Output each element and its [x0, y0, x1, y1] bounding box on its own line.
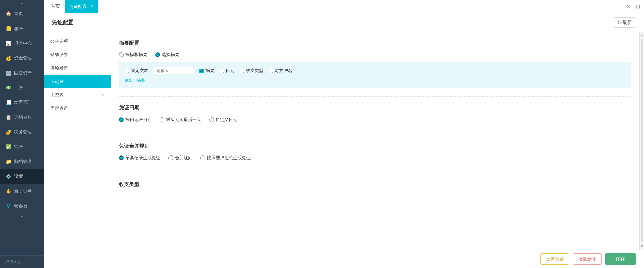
summary-select-label: 选择摘要	[162, 52, 179, 58]
summary-checkbox[interactable]	[199, 69, 204, 73]
sidebar-item-vip[interactable]: V 畅会员	[0, 198, 44, 213]
tab-home-label: 首页	[51, 3, 60, 9]
page-header: 凭证配置 ↻ 刷新	[44, 13, 644, 32]
summary-checkbox-item[interactable]: 摘要	[199, 68, 214, 74]
summary-example: 例如：摘要	[125, 78, 626, 83]
update-preview-button[interactable]: 更新预览	[540, 253, 569, 265]
custom-date-option[interactable]: 自定义日期	[209, 117, 237, 123]
income-type-checkbox-item[interactable]: 收支类型	[240, 68, 263, 74]
summary-checkbox-label: 摘要	[205, 68, 214, 74]
date-checkbox-item[interactable]: 日期	[220, 68, 234, 74]
sidebar-item-payroll[interactable]: 💵 工资	[0, 80, 44, 95]
save-button[interactable]: 保存	[605, 253, 636, 265]
merge-rule-radio[interactable]	[168, 155, 173, 160]
summary-radio-group: 按模板摘要 选择摘要	[119, 52, 631, 58]
tab-bar-actions: ✕ ⊡	[624, 3, 641, 10]
settings-icon: ⚙️	[5, 173, 11, 179]
left-nav-journal[interactable]: 日记账	[44, 75, 111, 88]
sidebar-scroll-up[interactable]: ▲	[0, 0, 44, 6]
merge-radio-group: 单条记录生成凭证 合并规则 按照选择汇总生成凭证	[119, 155, 631, 161]
scroll-up-button[interactable]: ▲	[640, 32, 644, 38]
sidebar-item-invoice[interactable]: 🧾 发票管理	[0, 95, 44, 110]
left-nav-payroll-table-label: 工资表	[50, 92, 64, 98]
scroll-thumb[interactable]	[641, 39, 643, 242]
sidebar-item-funds[interactable]: 💰 资金管理	[0, 51, 44, 65]
custom-date-label: 自定义日期	[216, 117, 237, 123]
income-type-checkbox-label: 收支类型	[246, 68, 263, 74]
left-nav: 公共选项 销项发票 进项发票 日记账 工资表 ▾ 固定资产	[44, 32, 111, 250]
merge-rule-option[interactable]: 合并规则	[168, 155, 192, 161]
tab-voucher-config[interactable]: 凭证配置 ✕	[65, 0, 98, 13]
tab-close-window-button[interactable]: ✕	[624, 3, 632, 10]
date-checkbox[interactable]	[220, 69, 224, 73]
counterparty-checkbox-item[interactable]: 对方户名	[269, 68, 292, 74]
income-type-checkbox[interactable]	[240, 69, 244, 73]
period-last-day-radio[interactable]	[160, 117, 164, 122]
income-type-section: 收支类型	[119, 181, 631, 201]
batch-radio[interactable]	[200, 155, 205, 160]
sidebar-item-settings[interactable]: ⚙️ 设置	[0, 169, 44, 184]
sidebar-item-ledger[interactable]: 📒 总账	[0, 21, 44, 36]
fixed-text-checkbox-item[interactable]: 固定文本	[125, 68, 148, 74]
single-label: 单条记录生成凭证	[125, 155, 160, 161]
batch-option[interactable]: 按照选择汇总生成凭证	[200, 155, 251, 161]
batch-label: 按照选择汇总生成凭证	[207, 155, 251, 161]
assets-icon: 🏢	[5, 70, 11, 76]
period-last-day-option[interactable]: 对应期间最后一天	[160, 117, 201, 123]
bottom-bar: 更新预览 批量删除 保存	[44, 250, 644, 268]
summary-select-radio[interactable]	[155, 52, 160, 57]
sidebar-item-tax[interactable]: 🔐 税务管理	[0, 125, 44, 139]
tab-home[interactable]: 首页	[46, 0, 65, 13]
sidebar-item-label: 设置	[14, 173, 23, 179]
archive-icon: 📁	[5, 159, 11, 165]
merge-rule-label: 合并规则	[175, 155, 192, 161]
summary-template-radio[interactable]	[119, 52, 124, 57]
left-nav-purchase-invoice[interactable]: 进项发票	[44, 61, 111, 75]
sidebar-item-closing[interactable]: ✅ 结账	[0, 139, 44, 154]
left-nav-public-label: 公共选项	[50, 38, 68, 44]
sidebar-item-label: 结账	[14, 144, 23, 150]
payroll-icon: 💵	[5, 85, 11, 91]
scroll-down-button[interactable]: ▼	[640, 243, 644, 250]
sidebar-item-label: 新手引导	[14, 188, 32, 194]
sidebar-item-assets[interactable]: 🏢 固定资产	[0, 65, 44, 80]
batch-delete-button[interactable]: 批量删除	[573, 253, 602, 265]
date-section-title: 凭证日期	[119, 105, 631, 111]
left-nav-public[interactable]: 公共选项	[44, 35, 111, 48]
tab-restore-button[interactable]: ⊡	[634, 3, 641, 10]
sidebar-item-guide[interactable]: ✋ 新手引导	[0, 184, 44, 198]
left-nav-journal-label: 日记账	[50, 79, 64, 85]
tab-close-icon[interactable]: ✕	[90, 4, 93, 9]
left-nav-sales-invoice[interactable]: 销项发票	[44, 48, 111, 61]
sidebar-scroll-down[interactable]: ▼	[0, 213, 44, 220]
invoice-icon: 🧾	[5, 99, 11, 105]
counterparty-checkbox[interactable]	[269, 69, 273, 73]
summary-select-option[interactable]: 选择摘要	[155, 52, 179, 58]
journal-date-option[interactable]: 按日记账日期	[119, 117, 152, 123]
single-radio[interactable]	[119, 155, 124, 160]
sidebar-item-purchase-sale[interactable]: 📋 进销台账	[0, 110, 44, 125]
unpin-label: 取消固定	[5, 259, 22, 264]
left-nav-payroll-table[interactable]: 工资表 ▾	[44, 88, 111, 102]
main-area: 首页 凭证配置 ✕ ✕ ⊡ 凭证配置 ↻ 刷新 公共选项	[44, 0, 644, 268]
refresh-button[interactable]: ↻ 刷新	[613, 17, 636, 28]
tax-icon: 🔐	[5, 129, 11, 135]
journal-date-radio[interactable]	[119, 117, 124, 122]
content-area: 公共选项 销项发票 进项发票 日记账 工资表 ▾ 固定资产	[44, 32, 644, 250]
sidebar-unpin-button[interactable]: 取消固定	[0, 255, 44, 268]
reports-icon: 📊	[5, 40, 11, 46]
single-option[interactable]: 单条记录生成凭证	[119, 155, 160, 161]
period-last-day-label: 对应期间最后一天	[166, 117, 201, 123]
sidebar-item-archive[interactable]: 📁 归档管理	[0, 154, 44, 169]
fixed-text-input[interactable]	[154, 67, 194, 74]
sidebar-item-reports[interactable]: 📊 报表中心	[0, 36, 44, 51]
summary-checkbox-row: 固定文本 摘要 日期	[125, 67, 626, 74]
sidebar-item-home[interactable]: 🏠 首页	[0, 6, 44, 21]
left-nav-fixed-assets[interactable]: 固定资产	[44, 102, 111, 115]
summary-template-label: 按模板摘要	[125, 52, 147, 58]
refresh-label: 刷新	[623, 19, 632, 26]
custom-date-radio[interactable]	[209, 117, 214, 122]
summary-template-option[interactable]: 按模板摘要	[119, 52, 147, 58]
chevron-down-icon: ▾	[102, 93, 104, 97]
fixed-text-checkbox[interactable]	[125, 69, 129, 73]
